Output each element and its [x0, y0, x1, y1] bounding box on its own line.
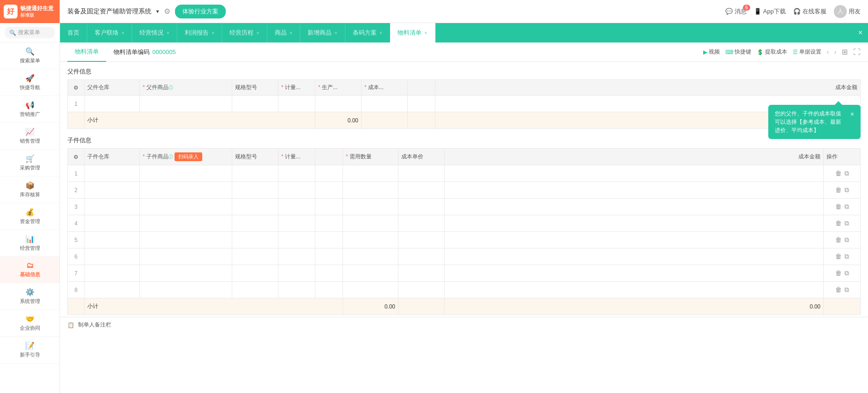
expand-button[interactable]: ⛶: [853, 48, 861, 56]
copy-row-button[interactable]: ⧉: [844, 286, 849, 294]
sidebar-item-basic[interactable]: 🗂基础信息: [0, 257, 60, 283]
child-th-settings[interactable]: ⚙: [68, 149, 84, 165]
nav-tab-business-status[interactable]: 经营情况×: [132, 23, 177, 42]
copy-row-button[interactable]: ⧉: [844, 269, 849, 277]
child-costamt-cell[interactable]: [445, 165, 824, 182]
child-warehouse-cell[interactable]: [84, 282, 140, 298]
online-service-button[interactable]: 🎧 在线客服: [793, 7, 826, 16]
tab-close-goods[interactable]: ×: [289, 30, 292, 36]
child-unitcost-cell[interactable]: [398, 248, 445, 265]
sidebar-item-collab[interactable]: 🤝企业协同: [0, 310, 60, 337]
child-costamt-cell[interactable]: [445, 282, 824, 298]
child-product-cell[interactable]: [140, 265, 232, 282]
child-unit-cell[interactable]: [278, 248, 315, 265]
child-unitcost-cell[interactable]: [398, 232, 445, 248]
sidebar-item-business[interactable]: 📊经营管理: [0, 230, 60, 257]
delete-row-button[interactable]: 🗑: [835, 186, 842, 194]
copy-row-button[interactable]: ⧉: [844, 253, 849, 260]
delete-row-button[interactable]: 🗑: [835, 253, 842, 260]
nav-tab-profit[interactable]: 利润报告×: [177, 23, 222, 42]
child-costamt-cell[interactable]: [445, 265, 824, 282]
shortcut-button[interactable]: ⌨ 快捷键: [725, 48, 751, 56]
parent-unit-cell[interactable]: [278, 96, 315, 112]
sidebar-item-finance[interactable]: 💰资金管理: [0, 203, 60, 230]
child-qty-cell[interactable]: [343, 215, 398, 232]
delete-row-button[interactable]: 🗑: [835, 286, 842, 294]
child-unitcost-cell[interactable]: [398, 215, 445, 232]
trial-button[interactable]: 体验行业方案: [175, 5, 226, 18]
child-costamt-cell[interactable]: [445, 232, 824, 248]
system-select[interactable]: ▾: [156, 8, 159, 15]
child-unitcost-cell[interactable]: [398, 265, 445, 282]
child-qty-cell[interactable]: [343, 182, 398, 199]
child-unitcost-cell[interactable]: [398, 165, 445, 182]
child-qty-cell[interactable]: [343, 199, 398, 215]
tab-close-history[interactable]: ×: [256, 30, 259, 36]
child-unit-cell[interactable]: [278, 199, 315, 215]
child-qty-cell[interactable]: [343, 265, 398, 282]
child-spec-cell[interactable]: [232, 282, 278, 298]
child-product-cell[interactable]: [140, 215, 232, 232]
sidebar-item-marketing[interactable]: 📢营销推广: [0, 96, 60, 123]
child-unit-cell[interactable]: [278, 165, 315, 182]
child-product-cell[interactable]: [140, 282, 232, 298]
child-product-cell[interactable]: [140, 199, 232, 215]
gear-button[interactable]: ⚙: [164, 7, 170, 16]
nav-tab-bom[interactable]: 物料清单×: [390, 23, 435, 42]
child-unitcost-cell[interactable]: [398, 282, 445, 298]
grid-view-button[interactable]: ⊞: [842, 48, 848, 56]
tab-close-bom[interactable]: ×: [424, 30, 427, 36]
child-spec-cell[interactable]: [232, 248, 278, 265]
child-spec-cell[interactable]: [232, 182, 278, 199]
copy-row-button[interactable]: ⧉: [844, 186, 849, 194]
child-spec-cell[interactable]: [232, 215, 278, 232]
sidebar-item-quick-nav[interactable]: 🚀快捷导航: [0, 69, 60, 96]
tab-close-barcode[interactable]: ×: [380, 30, 382, 36]
tab-close-business-status[interactable]: ×: [166, 30, 169, 36]
close-all-tabs-button[interactable]: ×: [853, 23, 868, 42]
child-spec-cell[interactable]: [232, 165, 278, 182]
child-product-cell[interactable]: [140, 182, 232, 199]
child-unit-cell[interactable]: [278, 265, 315, 282]
child-warehouse-cell[interactable]: [84, 199, 140, 215]
delete-row-button[interactable]: 🗑: [835, 236, 842, 244]
user-button[interactable]: 人 用友: [834, 5, 861, 18]
parent-th-settings[interactable]: ⚙: [68, 80, 84, 96]
child-product-cell[interactable]: [140, 248, 232, 265]
child-qty-cell[interactable]: [343, 282, 398, 298]
delete-row-button[interactable]: 🗑: [835, 169, 842, 177]
sidebar-item-sales[interactable]: 📈销售管理: [0, 123, 60, 150]
sidebar-item-guide[interactable]: 📝新手引导: [0, 337, 60, 363]
child-costamt-cell[interactable]: [445, 215, 824, 232]
message-button[interactable]: 💬 消息 6: [725, 7, 747, 16]
delete-row-button[interactable]: 🗑: [835, 219, 842, 227]
child-warehouse-cell[interactable]: [84, 232, 140, 248]
child-warehouse-cell[interactable]: [84, 248, 140, 265]
cost-extract-button[interactable]: 💲 提取成本: [757, 48, 787, 56]
parent-cost-cell[interactable]: [362, 96, 408, 112]
child-unitcost-cell[interactable]: [398, 199, 445, 215]
child-spec-cell[interactable]: [232, 232, 278, 248]
nav-tab-home[interactable]: 首页: [60, 23, 87, 42]
parent-product-cell[interactable]: [140, 96, 232, 112]
child-costamt-cell[interactable]: [445, 182, 824, 199]
parent-produce-cell[interactable]: [315, 96, 362, 112]
child-warehouse-cell[interactable]: [84, 182, 140, 199]
sidebar-item-system[interactable]: ⚙️系统管理: [0, 283, 60, 310]
delete-row-button[interactable]: 🗑: [835, 203, 842, 211]
doc-settings-button[interactable]: ☰ 单据设置: [793, 48, 821, 56]
sidebar-item-purchase[interactable]: 🛒采购管理: [0, 150, 60, 176]
app-download-button[interactable]: 📱 App下载: [754, 7, 786, 16]
child-spec-cell[interactable]: [232, 265, 278, 282]
sidebar-search[interactable]: 🔍 搜索菜单: [0, 23, 60, 42]
copy-row-button[interactable]: ⧉: [844, 236, 849, 244]
copy-row-button[interactable]: ⧉: [844, 203, 849, 211]
child-warehouse-cell[interactable]: [84, 215, 140, 232]
child-qty-cell[interactable]: [343, 165, 398, 182]
child-qty-cell[interactable]: [343, 248, 398, 265]
nav-tab-history[interactable]: 经营历程×: [222, 23, 267, 42]
child-spec-cell[interactable]: [232, 199, 278, 215]
child-product-cell[interactable]: [140, 232, 232, 248]
sidebar-item-inventory[interactable]: 📦库存核算: [0, 176, 60, 203]
nav-tab-new-goods[interactable]: 新增商品×: [300, 23, 345, 42]
